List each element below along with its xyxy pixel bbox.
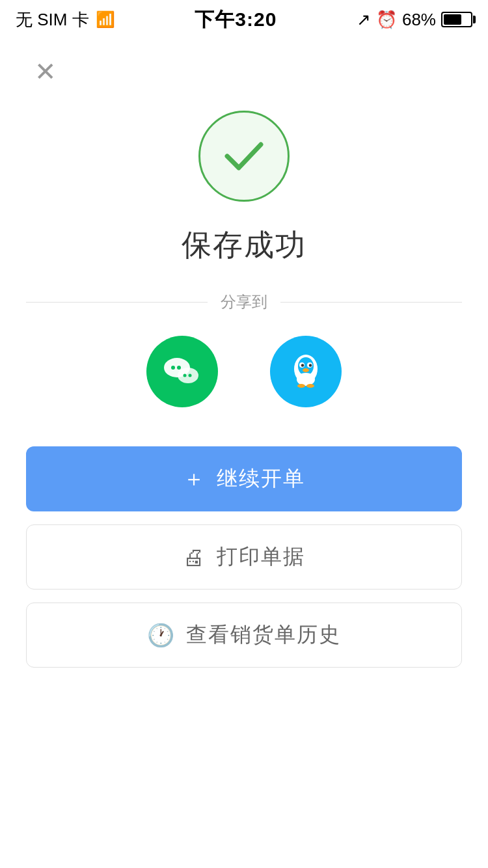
actions-section: ＋ 继续开单 🖨 打印单据 🕐 查看销货单历史 [0,446,488,668]
printer-icon: 🖨 [183,545,206,570]
status-bar: 无 SIM 卡 📶 下午3:20 ↗ ⏰ 68% [0,0,488,39]
print-label: 打印单据 [217,543,305,571]
svg-point-1 [171,366,175,370]
continue-order-button[interactable]: ＋ 继续开单 [26,446,462,511]
svg-point-15 [306,384,314,388]
share-section [0,336,488,407]
plus-icon: ＋ [183,464,206,494]
wifi-icon: 📶 [96,10,115,29]
svg-point-4 [183,373,186,377]
checkmark-icon [221,140,267,172]
divider-line-left [26,302,208,303]
status-right: ↗ ⏰ 68% [357,10,472,30]
svg-point-11 [308,364,311,366]
no-sim-label: 无 SIM 卡 [16,8,89,31]
svg-point-2 [177,366,181,370]
history-label: 查看销货单历史 [186,621,341,649]
battery-fill [444,14,461,25]
main-content: ✕ 保存成功 [0,39,488,265]
location-icon: ↗ [357,10,371,30]
print-button[interactable]: 🖨 打印单据 [26,524,462,590]
success-section: 保存成功 [26,111,462,265]
clock-icon: 🕐 [147,622,176,648]
divider-line-right [280,302,462,303]
status-left: 无 SIM 卡 📶 [16,8,115,31]
close-button[interactable]: ✕ [26,52,65,91]
divider-section: 分享到 [26,292,462,312]
history-button[interactable]: 🕐 查看销货单历史 [26,603,462,668]
alarm-icon: ⏰ [376,10,397,30]
svg-point-5 [188,373,191,377]
wechat-icon [161,351,204,393]
svg-point-10 [301,364,303,366]
continue-order-label: 继续开单 [217,465,305,493]
success-title: 保存成功 [182,225,306,265]
svg-point-3 [178,368,198,383]
svg-point-13 [297,373,315,386]
wechat-share-button[interactable] [146,336,218,407]
qq-share-button[interactable] [270,336,342,407]
battery-bar [441,12,472,27]
qq-icon [285,351,327,393]
close-icon: ✕ [34,59,57,85]
share-label: 分享到 [208,292,280,312]
battery-percent: 68% [402,10,436,30]
svg-point-12 [303,368,309,372]
success-circle [198,111,290,202]
svg-point-14 [297,384,305,388]
status-time: 下午3:20 [195,7,277,33]
